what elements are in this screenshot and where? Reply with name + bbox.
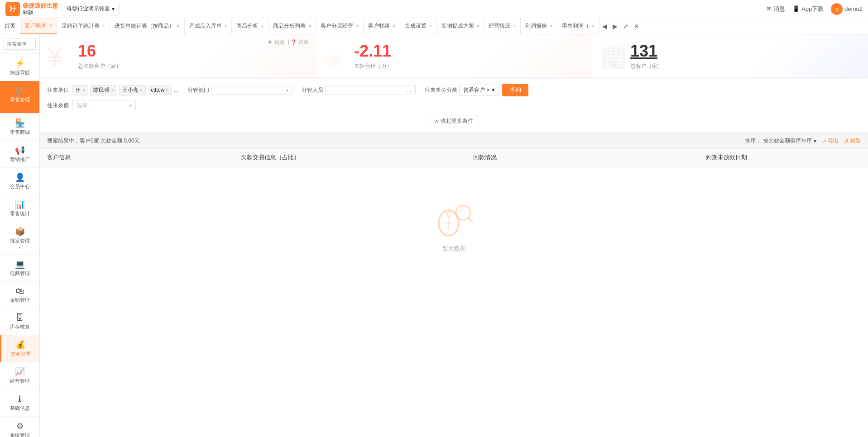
- person-filter-label: 分管人员: [302, 86, 323, 94]
- close-icon[interactable]: ×: [550, 24, 552, 28]
- close-icon[interactable]: ×: [477, 24, 480, 28]
- balance-filter-select[interactable]: 选择... ▾: [72, 100, 136, 111]
- unit-tag-wu: 伍 ×: [72, 85, 88, 95]
- tab-product-analysis[interactable]: 商品分析 ×: [232, 18, 269, 34]
- tab-promotion-settings[interactable]: 提成设置 ×: [400, 18, 437, 34]
- purchase-icon: 🛍: [16, 286, 24, 296]
- remove-tag-chen[interactable]: ×: [111, 87, 114, 93]
- dept-filter-select[interactable]: ▾: [211, 86, 293, 95]
- inventory-icon: 🗄: [16, 313, 24, 323]
- tab-product-analysis-list[interactable]: 商品分析列表 ×: [269, 18, 316, 34]
- sidebar-item-operations[interactable]: 📈 经营管理: [0, 362, 39, 390]
- basic-info-icon: ℹ: [18, 394, 21, 404]
- message-button[interactable]: ✉ 消息: [767, 5, 785, 13]
- org-name: 母婴行业演示账套: [67, 5, 110, 13]
- tab-home[interactable]: 首页: [0, 18, 20, 34]
- tab-inbound-stats[interactable]: 进货单统计表（按商品） ×: [110, 18, 185, 34]
- stat-overdue-amount: ◈ -2.11 欠款合计（万）: [316, 34, 592, 77]
- content-area: ¥ 16 总欠款客户（家） ▶ 视频 | ❓ 帮助 ◈ -2.11 欠款合计（万…: [40, 34, 868, 437]
- tab-new-promotion[interactable]: 新增提成方案 ×: [437, 18, 484, 34]
- empty-state: 暂无数据: [40, 166, 868, 289]
- chevron-down-icon: ▾: [112, 6, 115, 12]
- close-icon[interactable]: ×: [49, 23, 52, 28]
- close-icon[interactable]: ×: [429, 24, 432, 28]
- tab-scroll-right[interactable]: ▶: [610, 23, 620, 30]
- sidebar-item-finance[interactable]: 💰 资金管理: [0, 335, 39, 362]
- close-icon[interactable]: ×: [393, 24, 395, 28]
- tab-expand[interactable]: ⤢: [620, 23, 631, 30]
- app-download-button[interactable]: 📱 App下载: [792, 5, 824, 13]
- stats-row: ¥ 16 总欠款客户（家） ▶ 视频 | ❓ 帮助 ◈ -2.11 欠款合计（万…: [40, 34, 868, 77]
- column-repay-info: 回款情况: [473, 153, 705, 162]
- tab-bar: 首页 客户账本 × 采购订单统计表 × 进货单统计表（按商品） × 产成品入库单…: [0, 18, 868, 34]
- remove-classify-tag[interactable]: ×: [487, 87, 490, 93]
- unit-filter-label: 往来单位: [47, 86, 69, 94]
- close-icon[interactable]: ×: [261, 24, 264, 28]
- sidebar-item-basic-info[interactable]: ℹ 基础信息: [0, 390, 39, 417]
- empty-image: [432, 203, 477, 239]
- close-icon[interactable]: ×: [513, 24, 516, 28]
- filter-row-2: 往来余额 选择... ▾: [47, 100, 861, 111]
- unit-filter-more[interactable]: ...: [174, 87, 178, 93]
- tab-scroll-left[interactable]: ◀: [599, 23, 610, 30]
- person-filter-more[interactable]: ...: [407, 87, 412, 93]
- tab-purchase-order-stats[interactable]: 采购订单统计表 ×: [57, 18, 110, 34]
- org-selector[interactable]: 母婴行业演示账套 ▾: [62, 3, 120, 15]
- sidebar-item-retail-mall[interactable]: 🏪 零售商城: [0, 114, 39, 141]
- unit-tag-cjttcw: cjttcw ×: [148, 86, 172, 95]
- close-icon[interactable]: ×: [102, 24, 105, 28]
- tab-customer-segment[interactable]: 客户分层经营 ×: [316, 18, 364, 34]
- avatar: d: [831, 3, 843, 15]
- close-icon[interactable]: ×: [225, 24, 227, 28]
- video-link[interactable]: ▶ 视频: [268, 39, 284, 46]
- remove-tag-wang[interactable]: ×: [140, 87, 143, 93]
- collapse-button[interactable]: ∧ 收起更多条件: [429, 115, 479, 127]
- no-data-illustration: [432, 203, 477, 239]
- sidebar-item-ecommerce[interactable]: 💻 电商管理: [0, 255, 39, 282]
- close-icon[interactable]: ×: [177, 24, 180, 28]
- sidebar-item-member-center[interactable]: 👤 会员中心: [0, 168, 39, 195]
- tab-product-inbound[interactable]: 产成品入库单 ×: [185, 18, 232, 34]
- remove-tag-wu[interactable]: ×: [82, 87, 85, 93]
- sidebar-item-inventory[interactable]: 🗄 库存核算: [0, 309, 39, 335]
- tab-business-status[interactable]: 经营情况 ×: [484, 18, 521, 34]
- close-icon[interactable]: ×: [308, 24, 311, 28]
- unit-tag-wang: 王小亮 ×: [119, 85, 146, 95]
- close-icon[interactable]: ×: [592, 24, 595, 28]
- search-input[interactable]: [4, 38, 36, 50]
- retail-management-icon: 🛒: [15, 86, 25, 95]
- help-link[interactable]: | ❓ 帮助: [288, 39, 308, 46]
- query-button[interactable]: 查询: [502, 84, 528, 96]
- chevron-down-icon: ▾: [814, 138, 816, 144]
- balance-filter-label: 往来余额: [47, 102, 69, 109]
- sort-label: 排序：: [745, 137, 761, 145]
- export-button[interactable]: ↗ 导出: [822, 137, 839, 145]
- classify-filter-select[interactable]: 普通客户 × ▾: [459, 85, 499, 96]
- tab-close-all[interactable]: ✕: [631, 23, 642, 30]
- sidebar-item-system[interactable]: ⚙ 系统管理: [0, 417, 39, 437]
- user-menu[interactable]: d demo2: [831, 3, 863, 15]
- sidebar-item-marketing[interactable]: 📢 营销推广: [0, 141, 39, 168]
- sort-select[interactable]: 排序： 按欠款金额倒序排序 ▾: [745, 137, 816, 145]
- remove-tag-cjttcw[interactable]: ×: [166, 87, 168, 93]
- sidebar-item-retail-stats[interactable]: 📊 零售统计: [0, 195, 39, 222]
- tab-profit-report[interactable]: 利润报告 ×: [521, 18, 557, 34]
- sidebar-item-purchase[interactable]: 🛍 采购管理: [0, 282, 39, 309]
- system-icon: ⚙: [16, 421, 24, 431]
- sidebar-item-quick-nav[interactable]: ⚡ 快捷导航: [0, 54, 39, 81]
- sidebar-item-retail-management[interactable]: 🛒 零售管理 ▾: [0, 81, 39, 114]
- filter-bar: 往来单位 伍 × 陈民强 × 王小亮 × cjttcw: [40, 79, 868, 132]
- chevron-down-icon: ▾: [492, 87, 494, 93]
- tab-customer-ledger[interactable]: 客户账本 ×: [20, 18, 57, 34]
- person-filter-select[interactable]: ...: [325, 85, 416, 95]
- refresh-button[interactable]: ↺ 刷新: [844, 137, 861, 145]
- result-info: 搜索结果中，客户0家 欠款金额 0.00元: [47, 137, 140, 145]
- sidebar-item-batch-management[interactable]: 📦 批发管理 ▾: [0, 222, 39, 255]
- sidebar: ⚡ 快捷导航 🛒 零售管理 ▾ 🏪 零售商城 📢 营销推广 👤 会员中心 📊 零…: [0, 34, 40, 437]
- sort-value: 按欠款金额倒序排序: [763, 137, 812, 145]
- close-icon[interactable]: ×: [356, 24, 359, 28]
- logo-icon: 好: [5, 2, 20, 16]
- tab-customer-contact[interactable]: 客户联络 ×: [364, 18, 400, 34]
- tab-retail-profit[interactable]: 零售利润（ ×: [557, 18, 599, 34]
- column-customer-info: 客户信息: [47, 153, 241, 162]
